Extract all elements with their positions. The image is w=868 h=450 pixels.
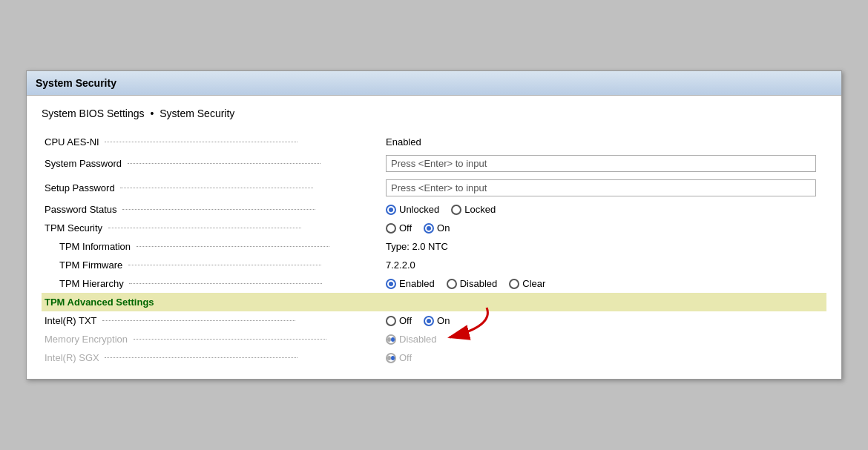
radio-circle-tpm-off (386, 223, 396, 234)
radio-circle-unlocked (386, 205, 396, 215)
intel-sgx-group: Off (386, 352, 823, 363)
row-label: Setup Password (42, 176, 383, 200)
breadcrumb-part2: System Security (160, 107, 234, 119)
table-row: Intel(R) TXT Off On (42, 311, 826, 330)
row-label: TPM Security (42, 219, 383, 237)
table-row: Setup Password (42, 176, 826, 200)
radio-hierarchy-disabled[interactable]: Disabled (447, 278, 498, 289)
radio-hierarchy-clear[interactable]: Clear (509, 278, 545, 289)
settings-table: CPU AES-NI Enabled System Password (42, 133, 826, 367)
intel-txt-group: Off On (386, 315, 823, 326)
radio-label-txt-off: Off (399, 315, 412, 326)
radio-hierarchy-enabled[interactable]: Enabled (386, 278, 435, 289)
table-row: System Password (42, 151, 826, 176)
tpm-advanced-header-row: TPM Advanced Settings (42, 293, 826, 311)
tpm-hierarchy-group: Enabled Disabled Clear (386, 278, 823, 289)
radio-label-tpm-off: Off (399, 222, 412, 234)
radio-txt-off[interactable]: Off (386, 315, 412, 326)
radio-circle-hierarchy-disabled (447, 279, 457, 289)
red-arrow-icon (435, 300, 494, 345)
row-label: CPU AES-NI (42, 133, 383, 151)
radio-label-tpm-on: On (437, 222, 450, 234)
row-label: TPM Information (42, 237, 383, 256)
radio-mem-disabled[interactable]: Disabled (386, 334, 437, 345)
window-title: System Security (27, 71, 841, 96)
tpm-advanced-label: TPM Advanced Settings (42, 293, 826, 311)
row-value: Type: 2.0 NTC (383, 237, 826, 256)
content-area: System BIOS Settings • System Security C… (27, 96, 841, 379)
radio-unlocked[interactable]: Unlocked (386, 204, 439, 215)
radio-label-mem-disabled: Disabled (399, 334, 437, 345)
radio-tpm-on[interactable]: On (424, 222, 450, 234)
table-row: TPM Hierarchy Enabled Disabled (42, 274, 826, 293)
row-label: Password Status (42, 200, 383, 219)
row-label: Memory Encryption (42, 330, 383, 348)
breadcrumb-separator: • (150, 107, 154, 119)
radio-label-sgx-off: Off (399, 352, 412, 363)
tpm-security-group: Off On (386, 222, 823, 234)
table-row: TPM Information Type: 2.0 NTC (42, 237, 826, 256)
radio-label-hierarchy-enabled: Enabled (399, 278, 435, 289)
table-row: TPM Security Off On (42, 219, 826, 237)
radio-locked[interactable]: Locked (451, 204, 496, 215)
row-value[interactable] (383, 176, 826, 200)
radio-label-hierarchy-disabled: Disabled (460, 278, 498, 289)
row-value: Unlocked Locked (383, 200, 826, 219)
radio-circle-hierarchy-enabled (386, 279, 396, 289)
row-label: TPM Hierarchy (42, 274, 383, 293)
row-value: Enabled (383, 133, 826, 151)
radio-circle-txt-off (386, 316, 396, 326)
tpm-advanced-title: TPM Advanced Settings (45, 297, 154, 308)
radio-label-hierarchy-clear: Clear (522, 278, 545, 289)
row-value[interactable] (383, 151, 826, 176)
password-status-group: Unlocked Locked (386, 204, 823, 215)
tpm-info-value: Type: 2.0 NTC (386, 241, 448, 252)
row-value: 7.2.2.0 (383, 256, 826, 274)
system-password-input[interactable] (386, 155, 816, 172)
row-label: Intel(R) TXT (42, 311, 383, 330)
title-text: System Security (36, 77, 116, 89)
table-row: TPM Firmware 7.2.2.0 (42, 256, 826, 274)
table-row: Password Status Unlocked Locked (42, 200, 826, 219)
radio-circle-mem-disabled (386, 334, 396, 345)
radio-sgx-off[interactable]: Off (386, 352, 412, 363)
section-breadcrumb: System BIOS Settings • System Security (42, 107, 826, 124)
main-window: System Security System BIOS Settings • S… (26, 70, 842, 380)
breadcrumb-part1: System BIOS Settings (42, 107, 145, 119)
radio-label-locked: Locked (464, 204, 496, 215)
radio-circle-txt-on (424, 316, 434, 326)
row-value: Off On (383, 311, 826, 330)
row-value: Enabled Disabled Clear (383, 274, 826, 293)
setup-password-input[interactable] (386, 179, 816, 196)
row-value: Off (383, 348, 826, 367)
row-label: Intel(R) SGX (42, 348, 383, 367)
cpu-aes-ni-value: Enabled (386, 136, 421, 148)
radio-tpm-off[interactable]: Off (386, 222, 412, 234)
row-label: TPM Firmware (42, 256, 383, 274)
radio-circle-hierarchy-clear (509, 279, 519, 289)
table-row: Intel(R) SGX Off (42, 348, 826, 367)
table-row: Memory Encryption Disabled (42, 330, 826, 348)
row-value: Off On (383, 219, 826, 237)
radio-circle-tpm-on (424, 223, 434, 234)
radio-label-unlocked: Unlocked (399, 204, 439, 215)
row-label: System Password (42, 151, 383, 176)
radio-circle-locked (451, 205, 461, 215)
tpm-firmware-value: 7.2.2.0 (386, 259, 415, 271)
radio-circle-sgx-off (386, 353, 396, 363)
arrow-container: On (424, 315, 450, 326)
table-row: CPU AES-NI Enabled (42, 133, 826, 151)
